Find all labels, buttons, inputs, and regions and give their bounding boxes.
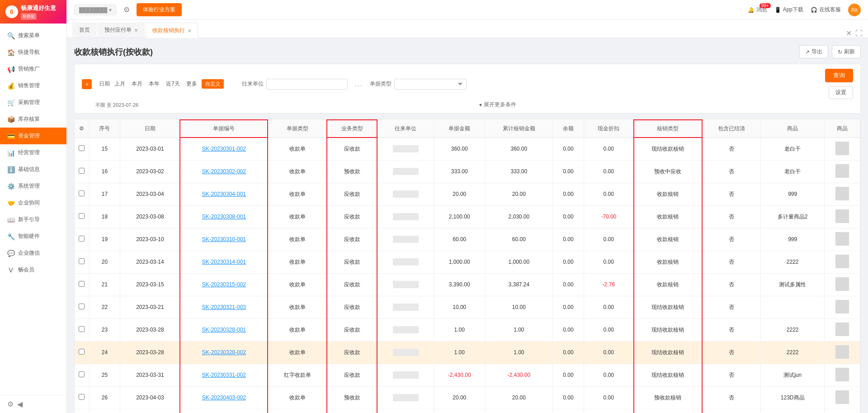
online-service-button[interactable]: 🎧 在线客服 bbox=[811, 6, 841, 14]
company-selector[interactable]: ████████ ▾ bbox=[74, 5, 117, 15]
cell-doc-type: 红字收款单 bbox=[268, 364, 327, 386]
doc-no-link[interactable]: SK-20230328-001 bbox=[202, 327, 246, 333]
cell-checkbox[interactable] bbox=[75, 318, 89, 341]
tab-home-label: 首页 bbox=[79, 26, 90, 34]
doc-no-link[interactable]: SK-20230403-002 bbox=[202, 394, 246, 401]
settings-gear-icon[interactable]: ⚙ bbox=[120, 4, 133, 16]
table-row: 24 2023-03-28 SK-20230328-002 收款单 应收款 ██… bbox=[75, 341, 860, 364]
date-this-year[interactable]: 本年 bbox=[147, 79, 161, 89]
export-button[interactable]: ↗ 导出 bbox=[799, 45, 828, 58]
doc-no-link[interactable]: SK-20230328-002 bbox=[202, 349, 246, 356]
doc-no-link[interactable]: SK-20230315-002 bbox=[202, 281, 246, 288]
collapse-icon[interactable]: ◀ bbox=[17, 400, 23, 408]
cell-amount: 1.00 bbox=[434, 318, 485, 341]
expand-conditions-button[interactable]: ▾ 展开更多条件 bbox=[479, 101, 516, 109]
sidebar-item-vip[interactable]: V 畅会员 bbox=[0, 261, 66, 278]
app-download-button[interactable]: 📱 App下载 bbox=[774, 6, 803, 14]
messages-button[interactable]: 🔔 消息 99+ bbox=[748, 6, 767, 14]
cell-checkbox[interactable] bbox=[75, 386, 89, 409]
cell-balance: 0.00 bbox=[553, 138, 584, 160]
doc-no-link[interactable]: SK-20230301-002 bbox=[202, 146, 246, 152]
sidebar-item-enterprise[interactable]: 🤝 企业协同 bbox=[0, 195, 66, 211]
quick-icon: 🏠 bbox=[7, 49, 14, 56]
sidebar-item-search[interactable]: 🔍 搜索菜单 bbox=[0, 27, 66, 44]
doc-no-link[interactable]: SK-20230308-001 bbox=[202, 214, 246, 220]
col-goods: 商品 bbox=[761, 120, 825, 138]
cell-verified: 20.00 bbox=[485, 386, 553, 409]
cell-checkbox[interactable] bbox=[75, 296, 89, 318]
doc-no-link[interactable]: SK-20230331-002 bbox=[202, 372, 246, 378]
sidebar-item-quick[interactable]: 🏠 快捷导航 bbox=[0, 44, 66, 61]
sidebar-item-basic[interactable]: ℹ️ 基础信息 bbox=[0, 161, 66, 178]
cell-goods2 bbox=[824, 228, 860, 251]
date-custom-button[interactable]: 自定义 bbox=[202, 79, 224, 89]
sidebar-item-inventory[interactable]: 📦 库存核算 bbox=[0, 111, 66, 128]
settings-button[interactable]: 设置 bbox=[829, 86, 853, 99]
bell-icon: 🔔 bbox=[748, 7, 755, 13]
cell-no: 19 bbox=[89, 228, 120, 251]
refresh-button[interactable]: ↻ 刷新 bbox=[832, 45, 861, 58]
date-last-7-days[interactable]: 近7天 bbox=[164, 79, 182, 89]
date-last-month[interactable]: 上月 bbox=[113, 79, 127, 89]
avatar[interactable]: Rit bbox=[848, 4, 861, 16]
sidebar-footer[interactable]: ⚙ ◀ bbox=[0, 395, 66, 413]
doc-no-link[interactable]: SK-20230314-001 bbox=[202, 259, 246, 265]
cell-cancel-type: 现结收款核销 bbox=[634, 138, 702, 160]
sidebar-item-guide[interactable]: 📖 新手引导 bbox=[0, 211, 66, 228]
fullscreen-icon[interactable]: ⛶ bbox=[855, 29, 863, 38]
cell-partner: ██ bbox=[377, 386, 434, 409]
sidebar-item-marketing[interactable]: 📢 营销推广 bbox=[0, 61, 66, 77]
cell-cancel-type: 预收中应收 bbox=[634, 160, 702, 183]
sidebar-item-label-operations: 经营管理 bbox=[18, 149, 40, 157]
cell-partner: ██ bbox=[377, 318, 434, 341]
cell-checkbox[interactable] bbox=[75, 228, 89, 251]
doc-no-link[interactable]: SK-20230310-001 bbox=[202, 236, 246, 242]
doc-type-select[interactable] bbox=[394, 79, 467, 90]
operations-icon: 📊 bbox=[7, 149, 14, 157]
sidebar-item-label-inventory: 库存核算 bbox=[18, 115, 40, 123]
tab-home[interactable]: 首页 bbox=[72, 22, 97, 38]
logo-sub: 标推版 bbox=[21, 13, 37, 20]
sidebar-item-finance[interactable]: 💳 资金管理 bbox=[0, 128, 66, 144]
col-biz-type: 业务类型 bbox=[327, 120, 377, 138]
cell-checkbox[interactable] bbox=[75, 183, 89, 205]
sidebar-item-hardware[interactable]: 🔧 智能硬件 bbox=[0, 228, 66, 245]
cell-checkbox[interactable] bbox=[75, 364, 89, 386]
tab-receipt[interactable]: 收款核销执行 × bbox=[146, 23, 198, 38]
tab-prepay-close-icon[interactable]: × bbox=[134, 27, 138, 33]
tab-receipt-close-icon[interactable]: × bbox=[188, 28, 191, 34]
doc-no-link[interactable]: SK-20230304-001 bbox=[202, 191, 246, 197]
query-button[interactable]: 查询 bbox=[825, 69, 853, 82]
sidebar-item-operations[interactable]: 📊 经营管理 bbox=[0, 144, 66, 161]
doc-no-link[interactable]: SK-20230321-003 bbox=[202, 304, 246, 310]
filter-expand-left-button[interactable]: » bbox=[82, 79, 92, 89]
sidebar-item-wechat[interactable]: 💬 企业微信 bbox=[0, 245, 66, 261]
cell-checkbox[interactable] bbox=[75, 251, 89, 273]
doc-type-filter: 单据类型 bbox=[370, 79, 467, 90]
sidebar-item-sales[interactable]: 💰 销售管理 bbox=[0, 77, 66, 94]
cell-no: 24 bbox=[89, 341, 120, 364]
sidebar-item-system[interactable]: ⚙️ 系统管理 bbox=[0, 178, 66, 195]
cell-checkbox[interactable] bbox=[75, 273, 89, 296]
settings-icon[interactable]: ⚙ bbox=[7, 400, 14, 408]
industry-solution-button[interactable]: 体验行业方案 bbox=[137, 3, 182, 16]
purchase-icon: 🛒 bbox=[7, 99, 14, 106]
cell-cancel-type: 现结收款核销 bbox=[634, 296, 702, 318]
cell-checkbox[interactable] bbox=[75, 341, 89, 364]
cell-amount: 20.00 bbox=[434, 183, 485, 205]
doc-no-link[interactable]: SK-20230302-002 bbox=[202, 168, 246, 175]
cell-goods: 123D商品 bbox=[761, 386, 825, 409]
cell-checkbox[interactable] bbox=[75, 160, 89, 183]
tab-prepay[interactable]: 预付应付单 × bbox=[98, 22, 145, 38]
date-more[interactable]: 更多 bbox=[184, 79, 199, 89]
cell-checkbox[interactable] bbox=[75, 138, 89, 160]
close-tab-icon[interactable]: ✕ bbox=[846, 29, 852, 38]
cell-checkbox[interactable] bbox=[75, 409, 89, 413]
date-this-month[interactable]: 本月 bbox=[130, 79, 144, 89]
phone-icon: 📱 bbox=[774, 7, 781, 13]
sidebar-item-purchase[interactable]: 🛒 采购管理 bbox=[0, 94, 66, 111]
cell-checkbox[interactable] bbox=[75, 205, 89, 228]
cell-cancel-type: 现结收款核销 bbox=[634, 318, 702, 341]
sidebar-item-label-search: 搜索菜单 bbox=[18, 32, 40, 39]
partner-input[interactable] bbox=[266, 79, 348, 90]
